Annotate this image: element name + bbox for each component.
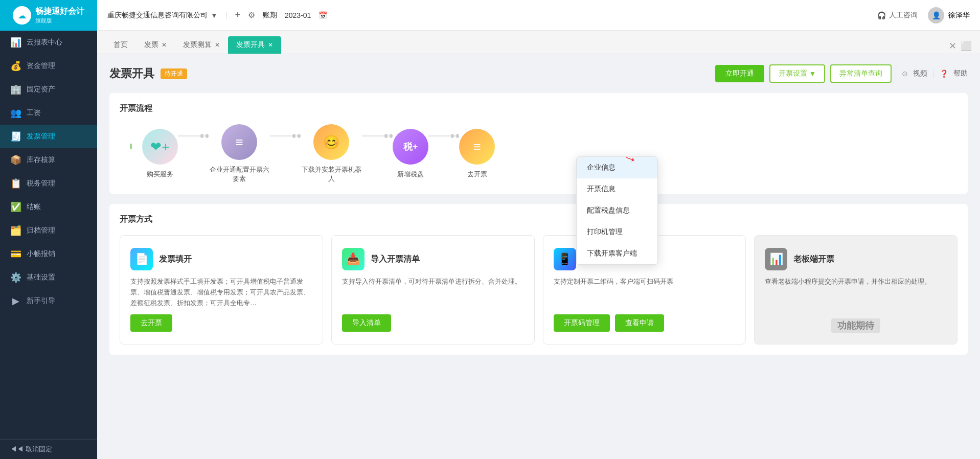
settings-gear-icon[interactable]: ⚙: [248, 10, 255, 20]
settings-dropdown-arrow: ▼: [809, 70, 816, 78]
methods-section-title: 开票方式: [120, 214, 958, 225]
header-actions: 立即开通 开票设置 ▼ 异常清单查询 ⊙ 视频 | ❓ 帮助: [715, 64, 968, 83]
flow-connector-3: [362, 135, 393, 136]
method-import-icon: 📥: [342, 248, 364, 270]
methods-section: 开票方式 📄 发票填开 支持按照发票样式手工填开发票；可开具增值税电子普通发票、…: [109, 204, 968, 355]
fill-invoice-button[interactable]: 去开票: [130, 314, 172, 332]
dropdown-download-client-label: 下载开票客户端: [587, 249, 637, 257]
tab-invoice-calc[interactable]: 发票测算 ✕: [175, 36, 228, 54]
sidebar-item-tax[interactable]: 📋 税务管理: [0, 172, 97, 195]
step5-icon: ≡: [459, 129, 495, 165]
invoices-icon: 🧾: [10, 131, 21, 142]
sidebar: ☁ 畅捷通好会计 旗舰版 📊 云报表中心 💰 资金管理 🏢 固定资产 👥 工资 …: [0, 0, 97, 459]
support-button[interactable]: 🎧 人工咨询: [877, 11, 918, 20]
method-boss-header: 📊 老板端开票: [765, 248, 947, 270]
dropdown-item-company-info[interactable]: 企业信息: [577, 157, 657, 178]
play-icon: ⊙: [902, 70, 908, 78]
pin-icon: ◀◀: [10, 445, 24, 453]
method-import-desc: 支持导入待开票清单，可对待开票清单进行拆分、合并处理。: [342, 277, 524, 308]
method-card-fill: 📄 发票填开 支持按照发票样式手工填开发票；可开具增值税电子普通发票、增值税普通…: [120, 235, 323, 345]
exception-button[interactable]: 异常清单查询: [830, 64, 892, 83]
app-logo: ☁ 畅捷通好会计 旗舰版: [0, 0, 97, 31]
flow-connector-1: [178, 135, 209, 136]
flow-step-4: 税+ 新增税盘: [393, 129, 428, 179]
status-badge: 待开通: [161, 68, 187, 79]
sidebar-item-funds[interactable]: 💰 资金管理: [0, 54, 97, 78]
company-selector[interactable]: 重庆畅捷交通信息咨询有限公司 ▼: [107, 11, 218, 20]
view-application-button[interactable]: 查看申请: [615, 314, 664, 332]
activate-button[interactable]: 立即开通: [715, 65, 764, 82]
method-boss-icon: 📊: [765, 248, 787, 270]
step2-label: 企业开通配置开票六要素: [209, 165, 270, 183]
sidebar-item-settlement[interactable]: ✅ 结账: [0, 195, 97, 219]
calendar-icon[interactable]: 📅: [318, 11, 327, 19]
settings-button[interactable]: 开票设置 ▼: [769, 64, 826, 83]
avatar: 👤: [928, 7, 944, 24]
tab-invoice-calc-close[interactable]: ✕: [215, 41, 220, 49]
tab-invoice-close[interactable]: ✕: [162, 41, 167, 49]
tab-home[interactable]: 首页: [105, 36, 136, 54]
step5-label: 去开票: [467, 170, 487, 179]
sidebar-label-archive: 归档管理: [27, 226, 55, 235]
dropdown-item-printer[interactable]: 打印机管理: [577, 221, 657, 243]
content-area: 发票开具 待开通 立即开通 开票设置 ▼ 异常清单查询 ⊙ 视频 | ❓ 帮助 …: [97, 54, 980, 459]
logo-icon: ☁: [13, 6, 31, 25]
step4-icon: 税+: [393, 129, 428, 165]
sidebar-item-invoices[interactable]: 🧾 发票管理: [0, 125, 97, 148]
method-fill-desc: 支持按照发票样式手工填开发票；可开具增值税电子普通发票、增值税普通发票、增值税专…: [130, 277, 312, 308]
video-link[interactable]: 视频: [913, 69, 927, 78]
dropdown-company-info-label: 企业信息: [587, 163, 616, 171]
flow-connector-2: [270, 135, 301, 136]
sidebar-item-assets[interactable]: 🏢 固定资产: [0, 78, 97, 101]
sidebar-item-cloud-reports[interactable]: 📊 云报表中心: [0, 31, 97, 54]
avatar-icon: 👤: [932, 11, 941, 19]
tab-home-label: 首页: [113, 40, 128, 50]
scan-code-manage-button[interactable]: 开票码管理: [554, 314, 610, 332]
maximize-icon[interactable]: ⬜: [961, 40, 972, 52]
step1-label: 购买服务: [147, 170, 173, 179]
cancel-pin-label: 取消固定: [26, 445, 52, 453]
tab-invoice-open-close[interactable]: ✕: [268, 41, 273, 49]
dropdown-item-invoice-info[interactable]: 开票信息: [577, 178, 657, 200]
flow-step-2: ≡ 企业开通配置开票六要素: [209, 124, 270, 183]
sidebar-item-payroll[interactable]: 👥 工资: [0, 101, 97, 125]
dropdown-item-tax-config[interactable]: 配置税盘信息: [577, 200, 657, 221]
tab-invoice[interactable]: 发票 ✕: [136, 36, 175, 54]
tab-bar: 首页 发票 ✕ 发票测算 ✕ 发票开具 ✕ ✕ ⬜: [97, 31, 980, 54]
xiaochang-icon: 💳: [10, 248, 21, 260]
sidebar-item-xiaochang[interactable]: 💳 小畅报销: [0, 242, 97, 266]
flow-connector-4: [428, 135, 459, 136]
step4-label: 新增税盘: [397, 170, 424, 179]
guide-icon: ▶: [10, 295, 21, 307]
user-profile[interactable]: 👤 徐泽华: [928, 7, 970, 24]
headset-icon: 🎧: [877, 11, 886, 19]
sidebar-label-tax: 税务管理: [27, 179, 55, 188]
dropdown-tax-config-label: 配置税盘信息: [587, 206, 630, 214]
dropdown-item-download-client[interactable]: 下载开票客户端: [577, 243, 657, 264]
boss-overlay-text: 功能期待: [765, 319, 947, 332]
period-value: 2023-01: [285, 11, 311, 19]
sidebar-label-settings: 基础设置: [27, 273, 55, 282]
step3-label: 下载并安装开票机器人: [301, 165, 362, 183]
funds-icon: 💰: [10, 60, 21, 72]
assets-icon: 🏢: [10, 84, 21, 95]
sidebar-item-archive[interactable]: 🗂️ 归档管理: [0, 219, 97, 242]
method-card-boss: 📊 老板端开票 查看老板端小程序提交的开票申请，并作出相应的处理。 功能期待: [754, 235, 958, 345]
main-area: 重庆畅捷交通信息咨询有限公司 ▼ | + ⚙ 账期 2023-01 📅 🎧 人工…: [97, 0, 980, 459]
method-import-title: 导入开票清单: [371, 254, 420, 265]
page-title: 发票开具: [109, 66, 154, 81]
methods-grid: 📄 发票填开 支持按照发票样式手工填开发票；可开具增值税电子普通发票、增值税普通…: [120, 235, 958, 345]
topbar-right: 🎧 人工咨询 👤 徐泽华: [877, 7, 970, 24]
tab-invoice-open[interactable]: 发票开具 ✕: [228, 36, 281, 54]
help-link[interactable]: 帮助: [953, 69, 968, 78]
sidebar-item-guide[interactable]: ▶ 新手引导: [0, 289, 97, 313]
import-list-button[interactable]: 导入清单: [342, 314, 391, 332]
add-company-button[interactable]: +: [235, 10, 241, 20]
close-window-icon[interactable]: ✕: [949, 40, 956, 52]
period-label: 账期: [263, 11, 277, 20]
sidebar-cancel-pin[interactable]: ◀◀ 取消固定: [0, 439, 97, 459]
help-icon: ❓: [940, 70, 948, 78]
sidebar-item-inventory[interactable]: 📦 库存核算: [0, 148, 97, 172]
sidebar-item-settings[interactable]: ⚙️ 基础设置: [0, 266, 97, 289]
company-name: 重庆畅捷交通信息咨询有限公司: [107, 11, 208, 20]
